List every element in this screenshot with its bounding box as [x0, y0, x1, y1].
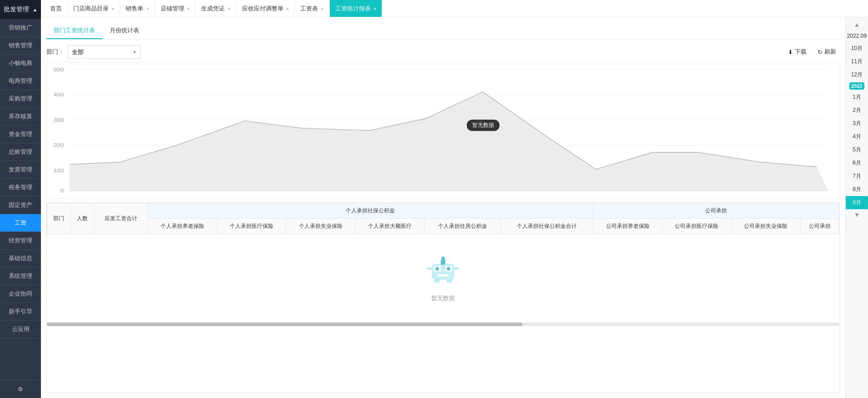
main-area: 首页门店商品目录×销售单×店铺管理×生成凭证×应收应付调整单×工资表×工资统计报…	[41, 0, 868, 398]
sidebar-item-purchase[interactable]: 采购管理	[0, 90, 41, 108]
sidebar-item-ecom-small[interactable]: 小畅电商	[0, 55, 41, 72]
table-container[interactable]: 部门 人数 应发工资合计 个人承担社保公积金 公司承担 个人承担养老保险个人承担…	[46, 202, 840, 393]
chart-tooltip-text: 暂无数据	[472, 122, 494, 128]
tab-close-gen-voucher[interactable]: ×	[227, 6, 230, 11]
chart-container: 500 400 300 200 100 0	[46, 62, 840, 199]
action-buttons: ⬇ 下载 ↻ 刷新	[784, 46, 840, 58]
col-salary: 应发工资合计	[94, 203, 148, 234]
download-icon: ⬇	[788, 49, 793, 55]
col-个人承担住房公积金: 个人承担住房公积金	[424, 219, 501, 234]
sidebar-header[interactable]: 批发管理 ▲	[0, 0, 41, 19]
svg-rect-23	[434, 279, 439, 282]
tab-close-store-catalog[interactable]: ×	[111, 6, 114, 11]
time-item-apr[interactable]: 4月	[846, 130, 868, 143]
tab-label-payroll-report: 工资统计报表	[335, 5, 371, 13]
tab-ar-ap-adj[interactable]: 应收应付调整单×	[237, 0, 295, 17]
svg-text:200: 200	[54, 142, 64, 148]
tab-label-store-mgmt: 店铺管理	[161, 5, 184, 13]
empty-icon	[425, 252, 461, 289]
time-item-nov[interactable]: 11月	[846, 55, 868, 68]
time-panel-up[interactable]: ▲	[852, 19, 862, 30]
col-个人承担养老保险: 个人承担养老保险	[148, 219, 217, 234]
sidebar-item-tax[interactable]: 税务管理	[0, 179, 41, 196]
toolbar: 部门： 全部 ⬇ 下载 ↻ 刷新	[46, 45, 840, 59]
sidebar-item-salary[interactable]: 工资	[0, 214, 41, 232]
empty-state: 暂无数据	[47, 234, 839, 321]
sidebar-item-guide[interactable]: 新手引导	[0, 303, 41, 321]
download-label: 下载	[795, 48, 807, 56]
tab-close-sales-order[interactable]: ×	[146, 6, 149, 11]
col-个人承担失业保险: 个人承担失业保险	[286, 219, 355, 234]
svg-point-20	[441, 257, 445, 260]
svg-marker-12	[70, 92, 828, 191]
col-个人承担社保公积金合计: 个人承担社保公积金合计	[501, 219, 593, 234]
time-item-may[interactable]: 5月	[846, 143, 868, 156]
sidebar-item-finance[interactable]: 资金管理	[0, 126, 41, 143]
page-content: 部门工资统计表月份统计表 部门： 全部 ⬇ 下载	[41, 17, 845, 398]
tab-label-ar-ap-adj: 应收应付调整单	[242, 5, 283, 13]
time-item-oct[interactable]: 10月	[846, 42, 868, 55]
sub-tab-dept[interactable]: 部门工资统计表	[46, 23, 102, 39]
sidebar-item-ledger[interactable]: 总账管理	[0, 143, 41, 161]
col-个人承担大额医疗: 个人承担大额医疗	[355, 219, 424, 234]
tab-bar: 首页门店商品目录×销售单×店铺管理×生成凭证×应收应付调整单×工资表×工资统计报…	[41, 0, 868, 17]
refresh-icon: ↻	[818, 49, 823, 55]
download-button[interactable]: ⬇ 下载	[784, 46, 810, 58]
sidebar-settings[interactable]: ⚙	[0, 380, 41, 398]
chart-tooltip: 暂无数据	[467, 120, 500, 131]
col-group-company: 公司承担	[593, 203, 839, 219]
tab-store-catalog[interactable]: 门店商品目录×	[68, 0, 120, 17]
time-item-aug[interactable]: 8月	[846, 183, 868, 196]
dept-select[interactable]: 全部	[68, 45, 141, 59]
sidebar-arrow: ▲	[33, 7, 37, 12]
sidebar-item-sales[interactable]: 销售管理	[0, 37, 41, 55]
refresh-label: 刷新	[824, 48, 836, 56]
svg-rect-24	[447, 279, 452, 282]
tab-payroll[interactable]: 工资表×	[295, 0, 329, 17]
sidebar: 批发管理 ▲ 营销推广销售管理小畅电商电商管理采购管理库存核算资金管理总账管理发…	[0, 0, 41, 398]
time-panel: ▲2022.0910月11月12月20221月2月3月4月5月6月7月8月9月▼	[845, 17, 868, 398]
time-year-badge[interactable]: 2022	[849, 82, 864, 90]
svg-rect-18	[438, 274, 449, 277]
tab-store-mgmt[interactable]: 店铺管理×	[155, 0, 196, 17]
tab-label-home: 首页	[50, 5, 62, 13]
svg-text:500: 500	[54, 66, 64, 73]
col-公司承担失业保险: 公司承担失业保险	[731, 219, 800, 234]
tab-home[interactable]: 首页	[45, 0, 68, 17]
col-公司承担医疗保险: 公司承担医疗保险	[662, 219, 731, 234]
chart-svg: 500 400 300 200 100 0	[47, 63, 839, 198]
sidebar-item-operation[interactable]: 经营管理	[0, 232, 41, 250]
time-item-jul[interactable]: 7月	[846, 170, 868, 183]
sidebar-title: 批发管理	[4, 5, 29, 14]
time-item-feb[interactable]: 2月	[846, 104, 868, 117]
sidebar-item-cloud[interactable]: 云应用	[0, 321, 41, 338]
svg-rect-21	[427, 267, 432, 270]
sidebar-item-collab[interactable]: 企业协同	[0, 285, 41, 303]
tab-sales-order[interactable]: 销售单×	[120, 0, 155, 17]
col-公司承担养老保险: 公司承担养老保险	[593, 219, 662, 234]
time-item-2022-09-label[interactable]: 2022.09	[846, 30, 868, 42]
sidebar-item-system[interactable]: 系统管理	[0, 267, 41, 285]
time-panel-down[interactable]: ▼	[852, 209, 862, 220]
table-scrollbar[interactable]	[47, 322, 839, 326]
sidebar-item-ecom[interactable]: 电商管理	[0, 72, 41, 90]
tab-gen-voucher[interactable]: 生成凭证×	[196, 0, 236, 17]
tab-close-store-mgmt[interactable]: ×	[187, 6, 190, 11]
tab-close-payroll-report[interactable]: ×	[373, 6, 376, 11]
time-item-jan[interactable]: 1月	[846, 91, 868, 104]
time-item-sep[interactable]: 9月	[846, 196, 868, 209]
tab-close-payroll[interactable]: ×	[321, 6, 323, 11]
time-item-mar[interactable]: 3月	[846, 117, 868, 130]
sidebar-item-inventory[interactable]: 库存核算	[0, 108, 41, 126]
sidebar-item-marketing[interactable]: 营销推广	[0, 19, 41, 37]
sub-tab-month[interactable]: 月份统计表	[102, 23, 146, 39]
sidebar-item-basic[interactable]: 基础信息	[0, 250, 41, 267]
empty-text: 暂无数据	[431, 294, 455, 302]
tab-payroll-report[interactable]: 工资统计报表×	[330, 0, 382, 17]
refresh-button[interactable]: ↻ 刷新	[814, 46, 840, 58]
sidebar-item-invoice[interactable]: 发票管理	[0, 161, 41, 179]
tab-close-ar-ap-adj[interactable]: ×	[286, 6, 289, 11]
time-item-dec[interactable]: 12月	[846, 68, 868, 81]
sidebar-item-assets[interactable]: 固定资产	[0, 196, 41, 214]
time-item-jun[interactable]: 6月	[846, 156, 868, 170]
